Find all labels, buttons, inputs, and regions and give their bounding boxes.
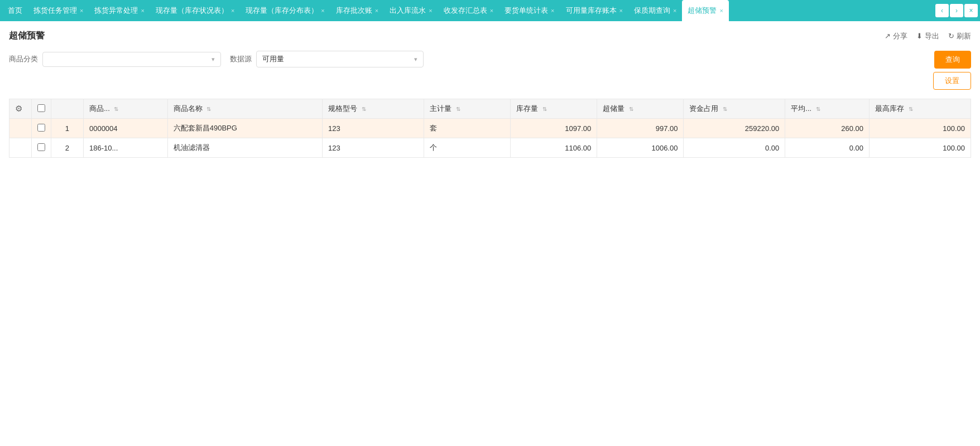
td-capital: 259220.00 <box>684 119 785 138</box>
nav-item-batch[interactable]: 库存批次账 × <box>330 0 384 21</box>
nav-item-exception[interactable]: 拣货异常处理 × <box>89 0 150 21</box>
td-unit: 个 <box>424 138 510 158</box>
close-icon[interactable]: × <box>375 7 378 14</box>
sort-icon: ⇅ <box>816 106 820 112</box>
td-row-num: 2 <box>51 138 84 158</box>
close-icon[interactable]: × <box>141 7 144 14</box>
sort-icon: ⇅ <box>362 106 366 112</box>
th-unit-label: 主计量 <box>430 104 451 113</box>
sort-icon: ⇅ <box>206 106 211 112</box>
data-table: ⚙ 商品... ⇅ 商品名称 ⇅ 规格型号 ⇅ <box>9 99 971 158</box>
page-header: 超储预警 ↗ 分享 ⬇ 导出 ↻ 刷新 <box>9 30 971 42</box>
header-actions: ↗ 分享 ⬇ 导出 ↻ 刷新 <box>885 31 971 41</box>
table-row: 1 0000004 六配套新昌490BPG 123 套 1097.00 997.… <box>9 119 971 138</box>
td-code: 186-10... <box>83 138 167 158</box>
td-spec: 123 <box>323 119 424 138</box>
close-icon[interactable]: × <box>490 7 493 14</box>
sort-icon: ⇅ <box>629 106 633 112</box>
th-unit[interactable]: 主计量 ⇅ <box>424 99 510 119</box>
td-unit: 套 <box>424 119 510 138</box>
td-settings <box>9 119 32 138</box>
datasource-value: 可用量 <box>262 54 284 64</box>
settings-button[interactable]: 设置 <box>933 72 971 90</box>
th-capital[interactable]: 资金占用 ⇅ <box>684 99 785 119</box>
th-row-num <box>51 99 84 119</box>
close-icon[interactable]: × <box>719 7 723 14</box>
nav-item-inventory-status[interactable]: 现存量（库存状况表） × <box>150 0 240 21</box>
td-maxstock: 100.00 <box>869 138 971 158</box>
th-maxstock-label: 最高库存 <box>875 104 904 113</box>
nav-item-inventory-dist[interactable]: 现存量（库存分布表） × <box>240 0 330 21</box>
row-checkbox[interactable] <box>37 143 45 151</box>
th-avg-label: 平均... <box>791 104 811 113</box>
td-avg: 0.00 <box>785 138 869 158</box>
td-overstock: 997.00 <box>597 119 684 138</box>
th-code-label: 商品... <box>89 104 110 113</box>
nav-arrow-right[interactable]: › <box>950 4 963 17</box>
query-button[interactable]: 查询 <box>934 51 971 69</box>
chevron-down-icon: ▾ <box>414 56 417 63</box>
page-content: 超储预警 ↗ 分享 ⬇ 导出 ↻ 刷新 商品分类 ▾ <box>0 21 980 446</box>
nav-item-expiry[interactable]: 保质期查询 × <box>628 0 682 21</box>
th-name[interactable]: 商品名称 ⇅ <box>167 99 322 119</box>
close-icon[interactable]: × <box>80 7 83 14</box>
td-avg: 260.00 <box>785 119 869 138</box>
td-stock: 1106.00 <box>511 138 597 158</box>
chevron-down-icon: ▾ <box>212 56 215 63</box>
refresh-icon: ↻ <box>948 32 954 40</box>
th-settings: ⚙ <box>9 99 32 119</box>
sort-icon: ⇅ <box>114 106 118 112</box>
close-icon[interactable]: × <box>551 7 554 14</box>
category-label: 商品分类 <box>9 54 38 64</box>
td-overstock: 1006.00 <box>597 138 684 158</box>
datasource-label: 数据源 <box>230 54 252 64</box>
share-button[interactable]: ↗ 分享 <box>885 31 907 41</box>
category-select[interactable]: ▾ <box>42 52 221 67</box>
td-stock: 1097.00 <box>511 119 597 138</box>
select-all-checkbox[interactable] <box>37 104 45 112</box>
th-spec-label: 规格型号 <box>328 104 357 113</box>
nav-arrow-close[interactable]: × <box>964 4 978 17</box>
close-icon[interactable]: × <box>231 7 234 14</box>
close-icon[interactable]: × <box>673 7 676 14</box>
th-overstock-label: 超储量 <box>603 104 624 113</box>
nav-item-home[interactable]: 首页 <box>2 0 28 21</box>
gear-icon[interactable]: ⚙ <box>15 104 22 113</box>
th-capital-label: 资金占用 <box>689 104 718 113</box>
export-icon: ⬇ <box>916 32 923 40</box>
nav-arrow-left[interactable]: ‹ <box>935 4 949 17</box>
th-name-label: 商品名称 <box>174 104 203 113</box>
td-checkbox <box>32 119 51 138</box>
filter-buttons: 查询 设置 <box>933 51 971 90</box>
nav-item-available[interactable]: 可用量库存账本 × <box>560 0 628 21</box>
refresh-button[interactable]: ↻ 刷新 <box>948 31 971 41</box>
td-name: 六配套新昌490BPG <box>167 119 322 138</box>
datasource-select[interactable]: 可用量 ▾ <box>256 51 424 67</box>
th-maxstock[interactable]: 最高库存 ⇅ <box>869 99 971 119</box>
close-icon[interactable]: × <box>321 7 324 14</box>
row-checkbox[interactable] <box>37 124 45 132</box>
share-icon: ↗ <box>885 32 891 40</box>
datasource-filter: 数据源 可用量 ▾ <box>230 51 424 67</box>
table-row: 2 186-10... 机油滤清器 123 个 1106.00 1006.00 … <box>9 138 971 158</box>
td-capital: 0.00 <box>684 138 785 158</box>
sort-icon: ⇅ <box>723 106 727 112</box>
nav-item-overstock[interactable]: 超储预警 × <box>682 0 728 21</box>
nav-item-task[interactable]: 拣货任务管理 × <box>28 0 89 21</box>
sort-icon: ⇅ <box>542 106 547 112</box>
th-avg[interactable]: 平均... ⇅ <box>785 99 869 119</box>
sort-icon: ⇅ <box>456 106 460 112</box>
td-checkbox <box>32 138 51 158</box>
close-icon[interactable]: × <box>619 7 623 14</box>
th-stock[interactable]: 库存量 ⇅ <box>511 99 597 119</box>
close-icon[interactable]: × <box>429 7 432 14</box>
nav-item-order-stat[interactable]: 要货单统计表 × <box>499 0 560 21</box>
nav-item-summary[interactable]: 收发存汇总表 × <box>438 0 499 21</box>
th-overstock[interactable]: 超储量 ⇅ <box>597 99 684 119</box>
td-name: 机油滤清器 <box>167 138 322 158</box>
th-code[interactable]: 商品... ⇅ <box>83 99 167 119</box>
th-spec[interactable]: 规格型号 ⇅ <box>323 99 424 119</box>
export-button[interactable]: ⬇ 导出 <box>916 31 939 41</box>
nav-item-flow[interactable]: 出入库流水 × <box>384 0 438 21</box>
td-code: 0000004 <box>83 119 167 138</box>
